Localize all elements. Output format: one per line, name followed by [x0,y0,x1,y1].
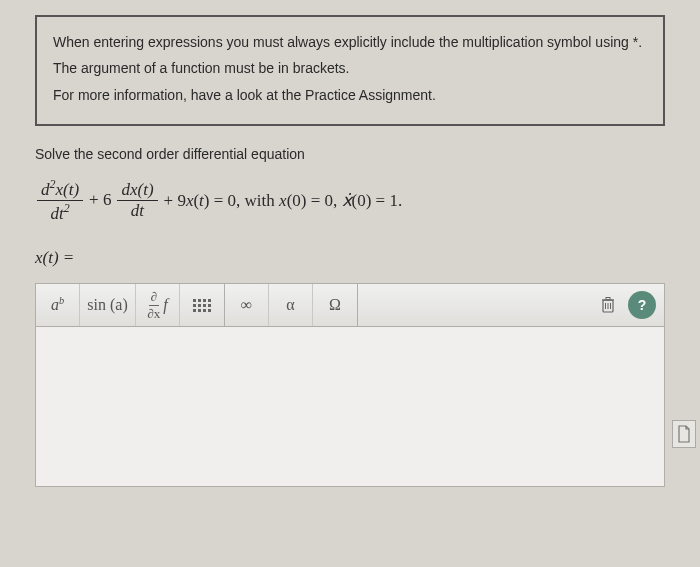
document-icon [677,425,691,443]
instruction-line-2: The argument of a function must be in br… [53,57,647,79]
equation-rest: + 9x(t) = 0, with x(0) = 0, ẋ(0) = 1. [164,190,403,211]
editor-toolbar: ab sin (a) ∂ ∂x f [35,283,665,327]
instruction-line-3: For more information, have a look at the… [53,84,647,106]
help-icon: ? [638,297,647,313]
function-button[interactable]: sin (a) [80,284,136,326]
omega-icon: Ω [329,296,341,314]
superscript-button[interactable]: ab [36,284,80,326]
frac1-numerator: d2x(t) [37,177,83,201]
svg-rect-5 [606,298,610,301]
fraction-1: d2x(t) dt2 [37,177,83,223]
partial-icon: ∂ ∂x f [147,289,167,322]
toolbar-group-symbols: ∞ α Ω [225,284,358,326]
instruction-box: When entering expressions you must alway… [35,15,665,126]
ab-icon: ab [51,296,64,314]
trash-icon [600,296,616,314]
clear-button[interactable] [594,291,622,319]
toolbar-spacer [358,284,594,326]
question-block: Solve the second order differential equa… [35,146,665,268]
math-input-area[interactable] [35,327,665,487]
toolbar-right-group: ? [594,284,664,326]
sin-label: sin (a) [87,296,127,314]
partial-derivative-button[interactable]: ∂ ∂x f [136,284,180,326]
plus-6: + 6 [89,190,111,210]
omega-button[interactable]: Ω [313,284,357,326]
instruction-line-1: When entering expressions you must alway… [53,31,647,53]
answer-label: x(t) = [35,248,665,268]
toolbar-group-format: ab sin (a) ∂ ∂x f [36,284,225,326]
differential-equation: d2x(t) dt2 + 6 dx(t) dt + 9x(t) = 0, wit… [35,177,665,223]
matrix-button[interactable] [180,284,224,326]
question-prompt: Solve the second order differential equa… [35,146,665,162]
infinity-button[interactable]: ∞ [225,284,269,326]
document-side-button[interactable] [672,420,696,448]
dots-icon [193,299,211,312]
fraction-2: dx(t) dt [117,180,157,221]
alpha-button[interactable]: α [269,284,313,326]
help-button[interactable]: ? [628,291,656,319]
math-editor: ab sin (a) ∂ ∂x f [35,283,665,487]
infinity-icon: ∞ [241,296,252,314]
alpha-icon: α [286,296,294,314]
frac2-denominator: dt [127,201,148,221]
frac2-numerator: dx(t) [117,180,157,201]
frac1-denominator: dt2 [46,201,73,224]
